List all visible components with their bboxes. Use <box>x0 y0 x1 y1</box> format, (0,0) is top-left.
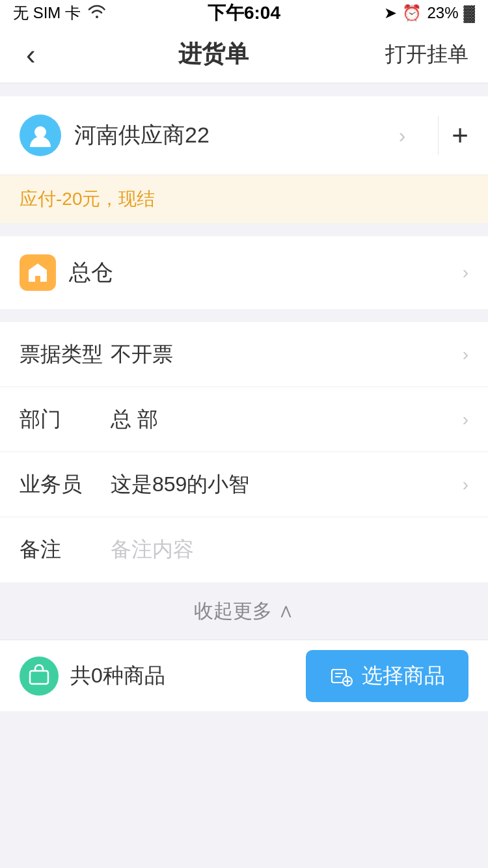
form-card: 票据类型 不开票 › 部门 总 部 › 业务员 这是859的小智 › 备注 备注… <box>0 322 488 582</box>
status-time: 下午6:04 <box>208 1 280 25</box>
notice-text: 应付-20元，现结 <box>20 189 155 209</box>
page-title: 进货单 <box>178 38 249 70</box>
salesperson-value: 这是859的小智 <box>111 470 463 499</box>
notice-bar: 应付-20元，现结 <box>0 175 488 223</box>
status-left: 无 SIM 卡 <box>13 3 107 23</box>
collapse-label: 收起更多 ∧ <box>194 598 293 625</box>
salesperson-row[interactable]: 业务员 这是859的小智 › <box>0 452 488 517</box>
battery-icon: ▓ <box>464 4 476 22</box>
department-chevron-icon: › <box>463 409 468 430</box>
department-label: 部门 <box>20 405 111 434</box>
open-pending-button[interactable]: 打开挂单 <box>385 40 468 69</box>
invoice-type-label: 票据类型 <box>20 340 111 369</box>
product-count-text: 共0种商品 <box>70 662 165 690</box>
select-product-icon <box>329 664 353 688</box>
collapse-more-button[interactable]: 收起更多 ∧ <box>0 582 488 640</box>
supplier-chevron-icon: › <box>399 124 406 148</box>
status-bar: 无 SIM 卡 下午6:04 ➤ ⏰ 23% ▓ <box>0 0 488 26</box>
supplier-avatar <box>20 115 61 156</box>
remark-label: 备注 <box>20 536 111 564</box>
bottom-bar: 共0种商品 选择商品 <box>0 640 488 711</box>
select-product-button[interactable]: 选择商品 <box>306 650 468 702</box>
supplier-name: 河南供应商22 <box>74 120 399 150</box>
invoice-type-value: 不开票 <box>111 340 463 369</box>
warehouse-icon <box>20 254 56 291</box>
wifi-icon <box>87 4 107 22</box>
invoice-type-row[interactable]: 票据类型 不开票 › <box>0 322 488 387</box>
select-product-label: 选择商品 <box>362 662 445 690</box>
section-gap-3 <box>0 309 488 322</box>
svg-rect-1 <box>30 671 48 684</box>
add-supplier-button[interactable]: + <box>452 119 468 152</box>
salesperson-chevron-icon: › <box>463 474 468 495</box>
section-gap-1 <box>0 83 488 96</box>
status-right: ➤ ⏰ 23% ▓ <box>384 4 475 22</box>
remark-row[interactable]: 备注 备注内容 <box>0 517 488 582</box>
battery-text: 23% <box>427 4 458 22</box>
supplier-row[interactable]: 河南供应商22 › + <box>0 96 488 175</box>
back-button[interactable]: ‹ <box>20 32 42 77</box>
carrier-text: 无 SIM 卡 <box>13 3 81 23</box>
warehouse-card[interactable]: 总仓 › <box>0 236 488 309</box>
main-content: 河南供应商22 › + 应付-20元，现结 总仓 › 票据类型 不开票 › <box>0 83 488 711</box>
invoice-type-chevron-icon: › <box>463 344 468 365</box>
svg-point-0 <box>34 126 46 138</box>
product-icon <box>20 657 59 696</box>
location-icon: ➤ <box>384 4 397 22</box>
section-gap-2 <box>0 223 488 236</box>
alarm-icon: ⏰ <box>402 4 422 22</box>
remark-placeholder: 备注内容 <box>111 536 468 564</box>
warehouse-row[interactable]: 总仓 › <box>0 236 488 309</box>
warehouse-name: 总仓 <box>69 258 463 288</box>
product-count-area: 共0种商品 <box>20 657 165 696</box>
warehouse-chevron-icon: › <box>463 262 468 283</box>
salesperson-label: 业务员 <box>20 470 111 499</box>
nav-bar: ‹ 进货单 打开挂单 <box>0 26 488 83</box>
divider <box>438 116 439 155</box>
supplier-card: 河南供应商22 › + 应付-20元，现结 <box>0 96 488 223</box>
department-value: 总 部 <box>111 405 463 434</box>
department-row[interactable]: 部门 总 部 › <box>0 387 488 452</box>
